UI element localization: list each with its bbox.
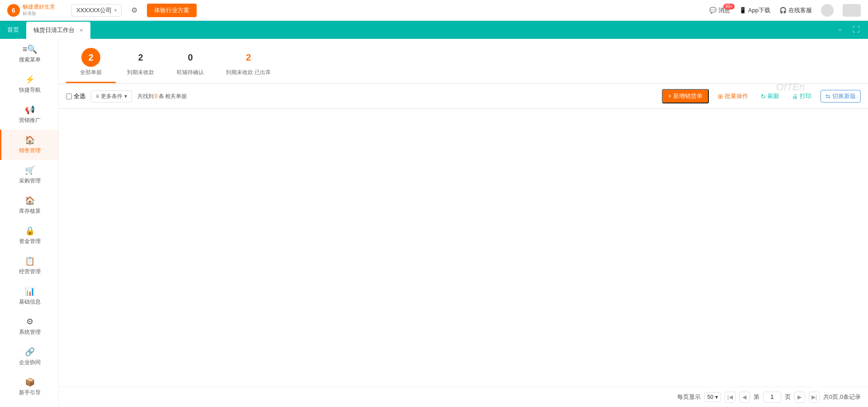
stat-tab-overdue[interactable]: 2 到期未收款 xyxy=(116,44,165,83)
inventory-icon: 🏠 xyxy=(25,196,35,206)
pagination-bar: 每页显示 50 ▾ |◀ ◀ 第 页 ▶ ▶| 共0页,0条记录 xyxy=(59,387,868,407)
close-tab-icon[interactable]: ✕ xyxy=(79,28,83,33)
sidebar-item-label: 基础信息 xyxy=(19,298,41,306)
stat-wangfu-number: 0 xyxy=(188,48,193,67)
chevron-down-icon: ▾ xyxy=(114,8,117,13)
sidebar-item-label: 系统管理 xyxy=(19,328,41,336)
page-size-arrow: ▾ xyxy=(715,394,718,400)
filter-button[interactable]: ≡ 更多条件 ▾ xyxy=(91,90,132,103)
switch-version-button[interactable]: ⇆ 切换新版 xyxy=(821,90,861,103)
stat-overdue-out-label: 到期未收款 已出库 xyxy=(226,69,271,76)
print-icon: 🖨 xyxy=(792,93,798,100)
brand-sub: 标准版 xyxy=(23,10,55,17)
tab-home-label: 首页 xyxy=(7,26,19,34)
sidebar-item-label: 快捷导航 xyxy=(19,86,41,94)
stats-tabs: 2 全部单据 2 到期未收款 0 旺辅待确认 2 到期未收款 已出 xyxy=(59,39,868,84)
company-selector[interactable]: XXXXXX公司 ▾ xyxy=(71,4,122,17)
sidebar-item-label: 销售管理 xyxy=(19,147,41,154)
page-size-value: 50 xyxy=(708,394,713,400)
user-name-area[interactable] xyxy=(843,4,861,17)
found-count-number: 0 xyxy=(155,93,158,99)
tab-daily-work-label: 钱货日清工作台 xyxy=(33,26,75,34)
table-area xyxy=(59,109,868,387)
sidebar-item-system[interactable]: ⚙ 系统管理 xyxy=(0,311,58,342)
sidebar-item-tutorial[interactable]: 📦 新手引导 xyxy=(0,372,58,402)
online-service-action[interactable]: 🎧 在线客服 xyxy=(779,6,812,14)
settings-icon[interactable]: ⚙ xyxy=(127,3,142,18)
page-size-label: 每页显示 xyxy=(677,393,701,401)
stat-all-label: 全部单据 xyxy=(80,69,102,76)
sidebar-item-search[interactable]: ≡🔍 搜索菜单 xyxy=(0,39,58,69)
sidebar-item-label: 新手引导 xyxy=(19,389,41,397)
page-label-last: 页 xyxy=(785,393,791,401)
sidebar-item-label: 经营管理 xyxy=(19,268,41,276)
filter-icon: ≡ xyxy=(96,93,99,99)
sidebar-item-label: 搜索菜单 xyxy=(19,56,41,64)
sidebar-item-sales[interactable]: 🏠 销售管理 xyxy=(0,130,58,160)
stat-tab-overdue-out[interactable]: 2 到期未收款 已出库 xyxy=(215,44,282,83)
first-page-button[interactable]: |◀ xyxy=(725,392,736,402)
stat-overdue-out-number: 2 xyxy=(246,48,251,67)
page-label-first: 第 xyxy=(754,393,760,401)
switch-icon: ⇆ xyxy=(826,93,830,100)
maximize-icon[interactable]: ⛶ xyxy=(850,23,863,36)
marketing-icon: 📢 xyxy=(25,105,35,115)
sidebar-item-label: 库存核算 xyxy=(19,207,41,215)
search-menu-icon: ≡🔍 xyxy=(23,44,38,54)
sidebar-item-purchase[interactable]: 🛒 采购管理 xyxy=(0,160,58,190)
tab-daily-work[interactable]: 钱货日清工作台 ✕ xyxy=(26,22,90,39)
header-right: 💬 消息 99+ 📱 App下载 🎧 在线客服 xyxy=(709,4,861,17)
batch-icon: ⊞ xyxy=(718,93,723,100)
sidebar-item-label: 营销推广 xyxy=(19,117,41,124)
sidebar-item-finance[interactable]: 🔒 资金管理 xyxy=(0,220,58,251)
refresh-label: 刷新 xyxy=(768,92,779,100)
filter-arrow-icon: ▾ xyxy=(124,93,127,99)
avatar[interactable] xyxy=(821,4,834,17)
sidebar-item-label: 资金管理 xyxy=(19,238,41,245)
select-all-checkbox[interactable]: 全选 xyxy=(66,92,85,100)
sidebar-item-quick-nav[interactable]: ⚡ 快捷导航 xyxy=(0,69,58,99)
tab-home[interactable]: 首页 xyxy=(0,21,26,39)
headset-icon: 🎧 xyxy=(779,7,787,14)
current-page-input[interactable] xyxy=(763,392,781,402)
sidebar-item-app-center[interactable]: 🔔 应用中心 xyxy=(0,402,58,407)
header-left: 6 畅捷通好生意 标准版 XXXXXX公司 ▾ ⚙ 体验行业方案 xyxy=(7,3,197,18)
switch-label: 切换新版 xyxy=(832,92,856,100)
message-icon: 💬 xyxy=(709,7,717,14)
next-page-button[interactable]: ▶ xyxy=(794,392,805,402)
tutorial-icon: 📦 xyxy=(25,377,35,387)
operations-icon: 📋 xyxy=(25,256,35,266)
sidebar-item-label: 采购管理 xyxy=(19,177,41,185)
logo-area: 6 畅捷通好生意 标准版 xyxy=(7,4,66,17)
system-icon: ⚙ xyxy=(26,317,33,327)
filter-label: 更多条件 xyxy=(101,93,123,100)
app-download-action[interactable]: 📱 App下载 xyxy=(739,6,770,14)
minimize-icon[interactable]: － xyxy=(834,23,846,36)
batch-label: 批量操作 xyxy=(725,92,748,100)
print-label: 打印 xyxy=(800,92,811,100)
sidebar-item-operations[interactable]: 📋 经营管理 xyxy=(0,251,58,281)
prev-page-button[interactable]: ◀ xyxy=(739,392,750,402)
experience-button[interactable]: 体验行业方案 xyxy=(147,4,197,17)
sidebar-item-enterprise[interactable]: 🔗 企业协同 xyxy=(0,342,58,372)
select-all-input[interactable] xyxy=(66,94,72,99)
message-action[interactable]: 💬 消息 99+ xyxy=(709,6,730,14)
stat-overdue-number: 2 xyxy=(138,48,143,67)
add-sales-order-button[interactable]: + 新增销货单 xyxy=(662,89,709,103)
found-count-area: 共找到 0 条 相关单据 xyxy=(137,93,187,100)
batch-operation-button[interactable]: ⊞ 批量操作 xyxy=(714,90,752,102)
stat-tab-all[interactable]: 2 全部单据 xyxy=(66,44,116,83)
sidebar-item-marketing[interactable]: 📢 营销推广 xyxy=(0,99,58,130)
last-page-button[interactable]: ▶| xyxy=(809,392,820,402)
brand-name: 畅捷通好生意 xyxy=(23,4,55,11)
page-size-selector[interactable]: 50 ▾ xyxy=(704,392,721,402)
sidebar-item-inventory[interactable]: 🏠 库存核算 xyxy=(0,190,58,220)
logo-icon: 6 xyxy=(7,4,20,17)
select-all-label: 全选 xyxy=(74,92,85,100)
stat-tab-wangfu[interactable]: 0 旺辅待确认 xyxy=(165,44,215,83)
print-button[interactable]: 🖨 打印 xyxy=(788,90,815,102)
refresh-button[interactable]: ↻ 刷新 xyxy=(757,90,783,102)
company-name: XXXXXX公司 xyxy=(76,6,112,14)
sidebar-item-basic-info[interactable]: 📊 基础信息 xyxy=(0,281,58,311)
content-area: 2 全部单据 2 到期未收款 0 旺辅待确认 2 到期未收款 已出 xyxy=(59,39,868,407)
